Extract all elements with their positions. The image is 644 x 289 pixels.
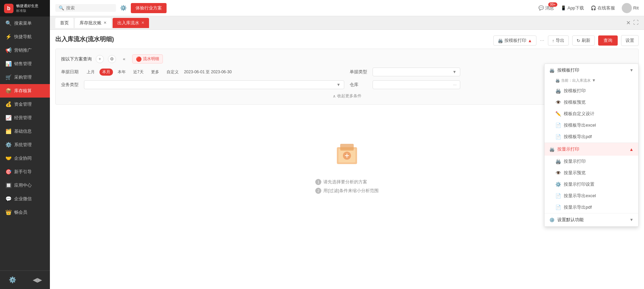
sidebar-item-operations[interactable]: 📈 经营管理: [0, 111, 50, 125]
tabbar: 首页 库存批次账 ✕ 出入库流水 ✕ ✕ ⛶: [50, 16, 644, 30]
divider-dots: ···: [540, 37, 544, 44]
template-export-pdf-item[interactable]: 📄 按模板导出pdf: [545, 131, 638, 142]
sidebar-item-system[interactable]: ⚙️ 系统管理: [0, 138, 50, 152]
date-btn-7days[interactable]: 近7天: [130, 69, 146, 76]
app-download-btn[interactable]: 📱 App下载: [561, 5, 584, 11]
display-print-header[interactable]: 🖨️ 按显示打印 ▲: [545, 143, 638, 156]
topbar-gear-icon[interactable]: ⚙️: [120, 5, 127, 11]
tab-batch-account-close[interactable]: ✕: [104, 21, 107, 25]
date-btn-this-month[interactable]: 本月: [99, 69, 113, 76]
export-icon: ↑: [552, 38, 555, 43]
date-btn-this-year[interactable]: 本年: [115, 69, 128, 76]
filter-chip[interactable]: 🔴 流水明细: [132, 54, 163, 63]
sidebar-item-basic[interactable]: 🗂️ 基础信息: [0, 125, 50, 138]
sidebar-item-label: 系统管理: [14, 142, 32, 148]
search-box[interactable]: 🔍: [55, 4, 116, 12]
sidebar-item-vip[interactable]: 👑 畅会员: [0, 206, 50, 219]
page-actions: 🖨️ 按模板打印 ▲ ··· ↑ 导出 ↻ 刷新 查询 设置: [493, 35, 639, 46]
display-excel-icon: 📄: [555, 193, 561, 199]
sidebar-item-label: 企业协同: [14, 155, 32, 161]
display-export-excel-item[interactable]: 📄 按显示导出excel: [545, 190, 638, 202]
date-btn-more[interactable]: 更多: [148, 69, 162, 76]
settings-bottom-btn[interactable]: ⚙️: [0, 273, 25, 286]
template-print-header[interactable]: 🖨️ 按模板打印 ▼: [545, 64, 638, 77]
tab-inout-flow[interactable]: 出入库流水 ✕: [113, 18, 149, 28]
tab-batch-account[interactable]: 库存批次账 ✕: [75, 18, 111, 28]
date-input-row: 2023-06-01 至 2023-06-30: [184, 69, 232, 75]
date-btn-custom[interactable]: 自定义: [164, 69, 181, 76]
filter-settings-btn[interactable]: ⚙: [108, 55, 116, 63]
sidebar-item-sales[interactable]: 📊 销售管理: [0, 57, 50, 71]
message-icon: 💬: [538, 5, 544, 10]
export-btn[interactable]: ↑ 导出: [548, 35, 569, 46]
messages-btn[interactable]: 💬 消息 99+: [538, 5, 554, 11]
current-chevron: ▼: [592, 78, 596, 83]
system-icon: ⚙️: [5, 142, 11, 148]
template-export-excel-item[interactable]: 📄 按模板导出excel: [545, 120, 638, 131]
filter-label: 按以下方案查询: [61, 56, 92, 62]
tab-inout-flow-close[interactable]: ✕: [141, 21, 144, 25]
template-export-pdf-label: 按模板导出pdf: [564, 134, 592, 140]
empty-illustration: [330, 137, 364, 171]
marketing-icon: 📢: [5, 47, 11, 53]
collapse-more-btn[interactable]: ∧ 收起更多条件: [333, 93, 361, 99]
finance-icon: 💰: [5, 101, 11, 107]
print-settings-icon: ⚙️: [555, 182, 561, 187]
add-filter-btn[interactable]: +: [96, 55, 104, 63]
sidebar-item-enterprise[interactable]: 🤝 企业协同: [0, 152, 50, 165]
display-preview-label: 按显示预览: [564, 170, 586, 176]
maximize-icon[interactable]: ⛶: [633, 20, 639, 26]
sidebar-item-label: 销售管理: [14, 61, 32, 67]
warehouse-select[interactable]: ···: [373, 80, 460, 89]
sidebar-item-label: 应用中心: [14, 182, 32, 188]
current-template-label: 🖨️ 当前：出入库流水 ▼: [545, 77, 638, 85]
collapse-label: 收起更多条件: [337, 93, 361, 99]
date-field: 单据日期 上月 本月 本年 近7天 更多 自定义 2023-06-01 至 20…: [61, 69, 344, 76]
sidebar-item-finance[interactable]: 💰 资金管理: [0, 98, 50, 111]
trial-button[interactable]: 体验行业方案: [131, 3, 167, 13]
display-preview-item[interactable]: 👁️ 按显示预览: [545, 167, 638, 179]
template-custom-item[interactable]: ✏️ 模板自定义设计: [545, 108, 638, 120]
sidebar-item-marketing[interactable]: 📢 营销推广: [0, 44, 50, 57]
refresh-btn[interactable]: ↻ 刷新: [572, 35, 595, 46]
collapse-sidebar-btn[interactable]: ◀▶: [25, 273, 50, 286]
template-print-item[interactable]: 🖨️ 按模板打印: [545, 85, 638, 97]
close-icon[interactable]: ✕: [626, 20, 631, 26]
business-type-select[interactable]: ▼: [84, 80, 344, 89]
sidebar-item-search[interactable]: 🔍 搜索菜单: [0, 17, 50, 30]
sidebar-item-purchase[interactable]: 🛒 采购管理: [0, 71, 50, 84]
filter-collapse-btn[interactable]: «: [120, 55, 128, 63]
window-controls: ✕ ⛶: [626, 20, 639, 26]
sidebar-item-label: 采购管理: [14, 74, 32, 80]
settings-btn[interactable]: 设置: [621, 35, 639, 46]
display-print-settings-item[interactable]: ⚙️ 按显示打印设置: [545, 179, 638, 190]
user-avatar-area[interactable]: Rit: [622, 3, 639, 13]
tab-home[interactable]: 首页: [55, 18, 74, 28]
chevron-up-icon-2: ▲: [629, 147, 634, 152]
default-function-header[interactable]: ⚙️ 设置默认功能 ▼: [545, 213, 638, 226]
sidebar-item-apps[interactable]: 🔲 应用中心: [0, 179, 50, 192]
user-name: Rit: [633, 5, 639, 10]
vip-icon: 👑: [5, 209, 11, 215]
online-support-label: 在线客服: [597, 5, 615, 11]
online-support-btn[interactable]: 🎧 在线客服: [591, 5, 615, 11]
sidebar-item-newbie[interactable]: 🎯 新手引导: [0, 165, 50, 179]
sidebar-item-quick-nav[interactable]: ⚡ 快捷导航: [0, 30, 50, 44]
basic-icon: 🗂️: [5, 128, 11, 134]
query-btn[interactable]: 查询: [598, 35, 618, 46]
date-btn-last-month[interactable]: 上月: [84, 69, 97, 76]
messages-badge: 99+: [548, 2, 557, 7]
display-export-pdf-item[interactable]: 📄 按显示导出pdf: [545, 202, 638, 213]
sales-icon: 📊: [5, 61, 11, 67]
sidebar-nav: 🔍 搜索菜单 ⚡ 快捷导航 📢 营销推广 📊 销售管理 🛒 采购管理 📦 库存核…: [0, 17, 50, 270]
display-print-item[interactable]: 🖨️ 按显示打印: [545, 156, 638, 167]
print-template-btn[interactable]: 🖨️ 按模板打印 ▲: [493, 35, 536, 46]
sidebar-item-wechat[interactable]: 💬 企业微信: [0, 192, 50, 206]
voucher-type-select[interactable]: ▼: [373, 68, 460, 76]
warehouse-label: 仓库: [350, 82, 370, 88]
search-icon: 🔍: [59, 5, 64, 10]
template-preview-item[interactable]: 👁️ 按模板预览: [545, 97, 638, 108]
sidebar-item-inventory[interactable]: 📦 库存核算: [0, 84, 50, 98]
search-input[interactable]: [66, 5, 107, 10]
display-print-section: 🖨️ 按显示打印 ▲ 🖨️ 按显示打印 👁️ 按显示预览 ⚙️ 按显示打印设置: [545, 143, 638, 213]
